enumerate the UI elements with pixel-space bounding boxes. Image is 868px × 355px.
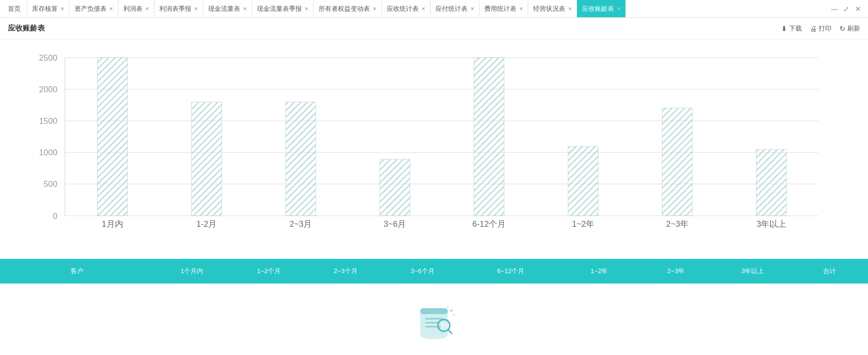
tab-cashflow-quarterly[interactable]: 现金流量表季报× xyxy=(252,0,314,18)
th-2~3年: 2~3年 xyxy=(638,267,715,276)
tab-label-ap-stats: 应付统计表 xyxy=(435,4,468,13)
tab-label-inventory: 库存核算 xyxy=(32,4,58,13)
th-2~3个月: 2~3个月 xyxy=(307,267,384,276)
print-button[interactable]: 🖨 打印 xyxy=(810,24,832,33)
minimize-button[interactable]: — xyxy=(831,5,838,13)
svg-point-30 xyxy=(440,322,447,329)
window-controls: — ⤢ ✕ xyxy=(831,5,866,13)
tab-close-ar-aging[interactable]: × xyxy=(617,5,620,12)
th-合计: 合计 xyxy=(791,267,868,276)
svg-text:2~3月: 2~3月 xyxy=(289,219,312,229)
svg-text:1~2年: 1~2年 xyxy=(572,219,594,229)
table-header: 客户1个月内1~2个月2~3个月3~6个月6~12个月1~2年2~3年3年以上合… xyxy=(0,259,868,284)
svg-text:1500: 1500 xyxy=(39,116,57,126)
tab-close-balance-sheet[interactable]: × xyxy=(109,5,113,12)
tab-close-cashflow[interactable]: × xyxy=(243,5,247,12)
bar-1月内 xyxy=(97,58,127,216)
tab-expense-stats[interactable]: 费用统计表× xyxy=(479,0,528,18)
tab-label-cashflow-quarterly: 现金流量表季报 xyxy=(257,4,302,13)
svg-text:3~6月: 3~6月 xyxy=(384,219,406,229)
tab-label-ar-stats: 应收统计表 xyxy=(387,4,419,13)
tab-close-equity[interactable]: × xyxy=(373,5,376,12)
bar-1-2月 xyxy=(191,102,221,216)
svg-text:2500: 2500 xyxy=(39,53,57,63)
tab-close-expense-stats[interactable]: × xyxy=(519,5,523,12)
th-6~12个月: 6~12个月 xyxy=(461,267,561,276)
th-3年以上: 3年以上 xyxy=(714,267,791,276)
svg-text:500: 500 xyxy=(43,179,57,189)
close-button[interactable]: ✕ xyxy=(854,5,862,13)
tab-close-inventory[interactable]: × xyxy=(61,5,64,12)
tab-close-profit-quarterly[interactable]: × xyxy=(194,5,198,12)
tab-profit[interactable]: 利润表× xyxy=(118,0,154,18)
svg-text:1000: 1000 xyxy=(39,148,57,157)
svg-text:2000: 2000 xyxy=(39,85,57,94)
tab-label-profit-quarterly: 利润表季报 xyxy=(159,4,191,13)
svg-rect-26 xyxy=(425,318,443,320)
tab-cashflow[interactable]: 现金流量表× xyxy=(203,0,252,18)
tabs-container: 库存核算×资产负债表×利润表×利润表季报×现金流量表×现金流量表季报×所有者权益… xyxy=(27,0,626,18)
header-actions: ⬇ 下载 🖨 打印 ↻ 刷新 xyxy=(781,24,860,33)
download-button[interactable]: ⬇ 下载 xyxy=(781,24,802,33)
svg-text:3年以上: 3年以上 xyxy=(757,219,786,229)
svg-point-34 xyxy=(447,306,449,308)
tab-label-ar-aging: 应收账龄表 xyxy=(582,4,614,13)
bar-chart: 0 500 1000 1500 2000 2500 2500 xyxy=(20,49,848,254)
th-1~2个月: 1~2个月 xyxy=(230,267,307,276)
bar-6-12月 xyxy=(474,58,504,216)
svg-text:0: 0 xyxy=(53,212,57,221)
th-1个月内: 1个月内 xyxy=(154,267,231,276)
svg-text:2~3年: 2~3年 xyxy=(666,219,688,229)
th-3~6个月: 3~6个月 xyxy=(384,267,461,276)
tab-home[interactable]: 首页 xyxy=(2,0,27,18)
tab-close-profit[interactable]: × xyxy=(145,5,149,12)
tab-label-profit: 利润表 xyxy=(123,4,143,13)
svg-line-31 xyxy=(448,330,452,333)
tab-profit-quarterly[interactable]: 利润表季报× xyxy=(154,0,203,18)
empty-state xyxy=(0,284,868,355)
th-1~2年: 1~2年 xyxy=(561,267,638,276)
tab-close-cashflow-quarterly[interactable]: × xyxy=(305,5,308,12)
tab-close-ar-stats[interactable]: × xyxy=(422,5,425,12)
th-客户: 客户 xyxy=(0,267,154,276)
tab-label-equity: 所有者权益变动表 xyxy=(319,4,370,13)
svg-text:1月内: 1月内 xyxy=(102,219,123,229)
page-title: 应收账龄表 xyxy=(8,24,45,33)
tab-ar-aging[interactable]: 应收账龄表× xyxy=(577,0,626,18)
tab-ar-stats[interactable]: 应收统计表× xyxy=(382,0,431,18)
main-content: 0 500 1000 1500 2000 2500 2500 xyxy=(0,39,868,355)
tab-equity[interactable]: 所有者权益变动表× xyxy=(314,0,382,18)
maximize-button[interactable]: ⤢ xyxy=(842,5,850,13)
chart-area: 0 500 1000 1500 2000 2500 2500 xyxy=(0,39,868,259)
svg-rect-27 xyxy=(425,322,439,323)
refresh-button[interactable]: ↻ 刷新 xyxy=(839,24,860,33)
bar-2-3月 xyxy=(286,102,316,216)
tab-operations[interactable]: 经营状况表× xyxy=(528,0,577,18)
svg-point-33 xyxy=(453,314,455,316)
bar-1-2年 xyxy=(568,146,598,216)
page-header: 应收账龄表 ⬇ 下载 🖨 打印 ↻ 刷新 xyxy=(0,18,868,39)
tab-label-expense-stats: 费用统计表 xyxy=(484,4,516,13)
tab-label-cashflow: 现金流量表 xyxy=(208,4,240,13)
bar-3-6月 xyxy=(380,159,410,216)
refresh-icon: ↻ xyxy=(839,25,845,33)
print-icon: 🖨 xyxy=(810,25,817,33)
tab-inventory[interactable]: 库存核算× xyxy=(27,0,70,18)
svg-text:1-2月: 1-2月 xyxy=(196,219,217,229)
tab-close-operations[interactable]: × xyxy=(568,5,572,12)
tab-close-ap-stats[interactable]: × xyxy=(470,5,474,12)
svg-rect-25 xyxy=(420,308,448,314)
tab-label-operations: 经营状况表 xyxy=(533,4,565,13)
bar-3年以上 xyxy=(757,149,787,215)
svg-point-32 xyxy=(450,309,453,312)
download-icon: ⬇ xyxy=(781,25,787,33)
svg-text:6-12个月: 6-12个月 xyxy=(472,219,506,229)
tab-ap-stats[interactable]: 应付统计表× xyxy=(431,0,479,18)
tab-label-balance-sheet: 资产负债表 xyxy=(74,4,107,13)
tab-balance-sheet[interactable]: 资产负债表× xyxy=(70,0,118,18)
empty-state-icon xyxy=(409,298,459,343)
bar-2-3年 xyxy=(662,108,692,215)
tab-bar: 首页 库存核算×资产负债表×利润表×利润表季报×现金流量表×现金流量表季报×所有… xyxy=(0,0,868,18)
